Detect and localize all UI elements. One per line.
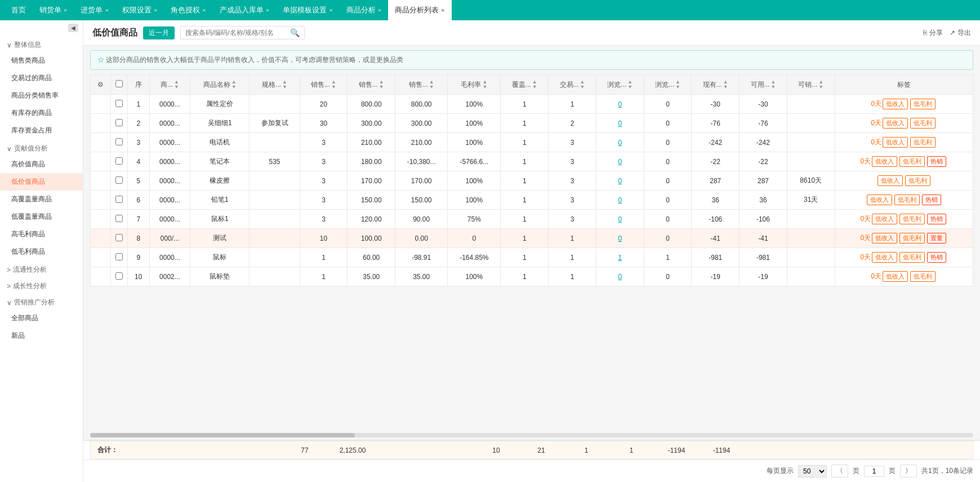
sort-icon[interactable]: ▲▼ bbox=[723, 79, 728, 90]
col-trade[interactable]: 交易... ▲▼ bbox=[549, 75, 596, 95]
sidebar-group-growth[interactable]: > 成长性分析 bbox=[0, 277, 83, 293]
sort-icon[interactable]: ▲▼ bbox=[231, 79, 237, 90]
browse-link[interactable]: 0 bbox=[618, 158, 622, 166]
export-button[interactable]: ↗ 导出 bbox=[950, 28, 971, 38]
per-page-select[interactable]: 50 100 200 bbox=[798, 465, 827, 477]
col-sales-qty[interactable]: 销售... ▲▼ bbox=[300, 75, 348, 95]
row-checkbox[interactable] bbox=[115, 253, 123, 260]
close-icon[interactable]: × bbox=[105, 7, 108, 14]
row-checkbox[interactable] bbox=[115, 119, 123, 126]
sidebar-item-traded-goods[interactable]: 交易过的商品 bbox=[0, 69, 83, 87]
cell-browse1[interactable]: 0 bbox=[596, 229, 644, 248]
cell-browse1[interactable]: 0 bbox=[596, 95, 644, 114]
sort-icon[interactable]: ▲▼ bbox=[282, 79, 287, 90]
nav-goods-analysis[interactable]: 商品分析 × bbox=[340, 0, 388, 20]
sidebar-item-high-value[interactable]: 高价值商品 bbox=[0, 156, 83, 173]
cell-browse1[interactable]: 0 bbox=[596, 152, 644, 171]
cell-browse1[interactable]: 0 bbox=[596, 171, 644, 191]
col-gear[interactable]: ⚙ bbox=[91, 75, 111, 95]
sidebar-item-inventory-funds[interactable]: 库存资金占用 bbox=[0, 122, 83, 139]
nav-role[interactable]: 角色授权 × bbox=[164, 0, 212, 20]
nav-goods-analysis-list[interactable]: 商品分析列表 × bbox=[388, 0, 451, 20]
row-checkbox[interactable] bbox=[115, 176, 123, 184]
col-coverage[interactable]: 覆盖... ▲▼ bbox=[501, 75, 549, 95]
sort-icon[interactable]: ▲▼ bbox=[675, 79, 680, 90]
sidebar-item-low-value[interactable]: 低价值商品 bbox=[0, 173, 83, 191]
browse-link[interactable]: 0 bbox=[618, 100, 622, 108]
browse-link[interactable]: 0 bbox=[618, 235, 622, 242]
sidebar-item-high-coverage[interactable]: 高覆盖量商品 bbox=[0, 191, 83, 208]
nav-template[interactable]: 单据模板设置 × bbox=[276, 0, 339, 20]
sort-icon[interactable]: ▲▼ bbox=[627, 79, 632, 90]
first-page-button[interactable]: 〈 bbox=[831, 465, 848, 477]
row-checkbox[interactable] bbox=[115, 272, 123, 280]
cell-check[interactable] bbox=[111, 229, 128, 248]
sort-icon[interactable]: ▲▼ bbox=[818, 79, 823, 90]
close-icon[interactable]: × bbox=[202, 7, 206, 14]
sort-icon[interactable]: ▲▼ bbox=[771, 79, 776, 90]
sidebar-group-contribution[interactable]: ∨ 贡献值分析 bbox=[0, 139, 83, 156]
sort-icon[interactable]: ▲▼ bbox=[482, 79, 487, 90]
row-checkbox[interactable] bbox=[115, 234, 123, 241]
cell-browse1[interactable]: 0 bbox=[596, 267, 644, 286]
cell-check[interactable] bbox=[111, 95, 128, 114]
nav-permission[interactable]: 权限设置 × bbox=[115, 0, 164, 20]
cell-check[interactable] bbox=[111, 191, 128, 210]
cell-browse1[interactable]: 0 bbox=[596, 210, 644, 229]
close-icon[interactable]: × bbox=[329, 7, 332, 14]
row-checkbox[interactable] bbox=[115, 138, 123, 145]
search-input[interactable] bbox=[185, 29, 287, 37]
sort-icon[interactable]: ▲▼ bbox=[379, 79, 384, 90]
col-sales-amount[interactable]: 销售... ▲▼ bbox=[395, 75, 448, 95]
col-check[interactable] bbox=[111, 75, 128, 95]
sidebar-item-category-rate[interactable]: 商品分类销售率 bbox=[0, 87, 83, 104]
col-sellable[interactable]: 可销... ▲▼ bbox=[787, 75, 835, 95]
sort-icon[interactable]: ▲▼ bbox=[331, 79, 336, 90]
col-browse2[interactable]: 浏览... ▲▼ bbox=[644, 75, 692, 95]
cell-check[interactable] bbox=[111, 171, 128, 191]
browse-link[interactable]: 0 bbox=[618, 215, 622, 223]
gear-icon[interactable]: ⚙ bbox=[97, 81, 104, 89]
close-icon[interactable]: × bbox=[64, 7, 67, 14]
next-page-button[interactable]: 〉 bbox=[900, 465, 917, 477]
share-button[interactable]: ⎘ 分享 bbox=[923, 28, 943, 38]
sort-icon[interactable]: ▲▼ bbox=[429, 79, 434, 90]
cell-check[interactable] bbox=[111, 210, 128, 229]
cell-check[interactable] bbox=[111, 133, 128, 152]
sidebar-item-stocked-goods[interactable]: 有库存的商品 bbox=[0, 104, 83, 122]
close-icon[interactable]: × bbox=[154, 7, 157, 14]
sidebar-item-high-margin[interactable]: 高毛利商品 bbox=[0, 225, 83, 243]
table-container[interactable]: ⚙ 序 商... ▲▼ 商品名称 ▲▼ 规格... ▲▼ bbox=[83, 74, 980, 433]
col-sales-price[interactable]: 销售... ▲▼ bbox=[348, 75, 395, 95]
col-browse1[interactable]: 浏览... ▲▼ bbox=[596, 75, 644, 95]
scrollbar-thumb[interactable] bbox=[90, 433, 355, 437]
col-spec[interactable]: 规格... ▲▼ bbox=[250, 75, 300, 95]
select-all-checkbox[interactable] bbox=[115, 80, 123, 87]
search-icon[interactable]: 🔍 bbox=[290, 28, 300, 37]
close-icon[interactable]: × bbox=[266, 7, 269, 14]
cell-check[interactable] bbox=[111, 152, 128, 171]
nav-product-in[interactable]: 产成品入库单 × bbox=[213, 0, 276, 20]
nav-sales[interactable]: 销货单 × bbox=[33, 0, 74, 20]
browse-link[interactable]: 0 bbox=[618, 139, 622, 147]
sort-icon[interactable]: ▲▼ bbox=[174, 79, 179, 90]
browse-link[interactable]: 0 bbox=[618, 177, 622, 185]
sort-icon[interactable]: ▲▼ bbox=[580, 79, 585, 90]
close-icon[interactable]: × bbox=[378, 7, 381, 14]
sort-icon[interactable]: ▲▼ bbox=[532, 79, 537, 90]
browse-link[interactable]: 1 bbox=[618, 254, 622, 262]
collapse-sidebar-button[interactable]: ◀ bbox=[68, 24, 78, 32]
col-available[interactable]: 可用... ▲▼ bbox=[740, 75, 787, 95]
sidebar-item-all-goods[interactable]: 全部商品 bbox=[0, 309, 83, 327]
col-code[interactable]: 商... ▲▼ bbox=[149, 75, 190, 95]
sidebar-item-low-coverage[interactable]: 低覆盖量商品 bbox=[0, 208, 83, 225]
sidebar-group-marketing[interactable]: ∨ 营销推广分析 bbox=[0, 293, 83, 309]
cell-check[interactable] bbox=[111, 267, 128, 286]
sidebar-group-circulation[interactable]: > 流通性分析 bbox=[0, 260, 83, 277]
sidebar-item-new-goods[interactable]: 新品 bbox=[0, 327, 83, 344]
sidebar-item-sales-goods[interactable]: 销售类商品 bbox=[0, 52, 83, 69]
col-gross-margin[interactable]: 毛利率 ▲▼ bbox=[448, 75, 501, 95]
horizontal-scrollbar[interactable] bbox=[90, 433, 973, 437]
browse-link[interactable]: 0 bbox=[618, 196, 622, 204]
filter-recent-month-button[interactable]: 近一月 bbox=[143, 26, 175, 39]
